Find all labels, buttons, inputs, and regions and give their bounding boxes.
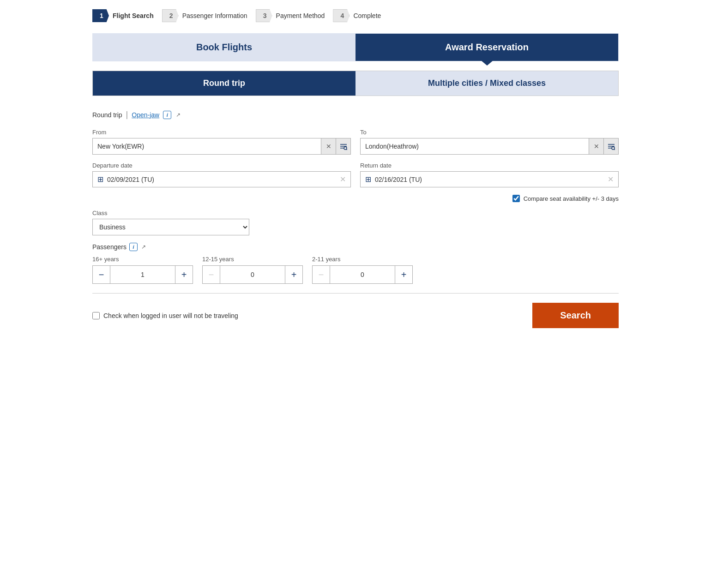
progress-bar: 1 Flight Search 2 Passenger Information … xyxy=(92,9,619,22)
passengers-label-row: Passengers i ↗ xyxy=(92,243,619,251)
section-divider xyxy=(92,293,619,294)
step-2-num: 2 xyxy=(162,9,179,22)
step-1: 1 Flight Search xyxy=(92,9,154,22)
pax-16plus-minus[interactable]: − xyxy=(93,266,110,283)
to-label: To xyxy=(360,129,619,136)
departure-date-clear-icon[interactable]: ✕ xyxy=(340,175,346,184)
svg-point-8 xyxy=(612,147,615,150)
from-clear-icon[interactable]: ✕ xyxy=(321,138,336,154)
step-3-label: Payment Method xyxy=(276,12,325,19)
to-input[interactable] xyxy=(361,139,589,154)
pax-groups: 16+ years − 1 + 12-15 years − 0 + 2-11 y… xyxy=(92,256,619,284)
return-date-field: Return date ⊞ 02/16/2021 (TU) ✕ xyxy=(360,162,619,187)
passengers-external-icon: ↗ xyxy=(141,244,146,250)
passengers-info-icon[interactable]: i xyxy=(129,243,138,251)
departure-date-field: Departure date ⊞ 02/09/2021 (TU) ✕ xyxy=(92,162,351,187)
step-4: 4 Complete xyxy=(333,9,381,22)
date-row: Departure date ⊞ 02/09/2021 (TU) ✕ Retur… xyxy=(92,162,619,187)
class-row: Class Economy Premium Economy Business F… xyxy=(92,210,619,235)
compare-checkbox[interactable] xyxy=(512,195,520,202)
svg-rect-6 xyxy=(608,146,615,147)
svg-rect-0 xyxy=(340,144,347,145)
open-jaw-link[interactable]: Open-jaw xyxy=(132,111,159,119)
from-field-group: From ✕ xyxy=(92,129,351,155)
form-area: Round trip | Open-jaw i ↗ From ✕ xyxy=(92,105,619,333)
to-field-group: To ✕ xyxy=(360,129,619,155)
main-tabs: Book Flights Award Reservation xyxy=(92,33,619,61)
round-trip-tab[interactable]: Round trip xyxy=(93,71,356,96)
not-traveling-label: Check when logged in user will not be tr… xyxy=(92,312,238,319)
step-4-label: Complete xyxy=(353,12,381,19)
svg-rect-7 xyxy=(608,148,612,149)
step-4-num: 4 xyxy=(333,9,349,22)
class-select[interactable]: Economy Premium Economy Business First xyxy=(92,219,249,235)
return-date-clear-icon[interactable]: ✕ xyxy=(608,175,614,184)
from-search-icon[interactable] xyxy=(336,138,350,154)
pax-2to11-value: 0 xyxy=(330,266,395,283)
pax-2to11-plus[interactable]: + xyxy=(395,266,412,283)
departure-date-label: Departure date xyxy=(92,162,351,169)
return-date-label: Return date xyxy=(360,162,619,169)
svg-line-4 xyxy=(346,150,347,150)
step-2: 2 Passenger Information xyxy=(162,9,247,22)
pax-16plus-counter: − 1 + xyxy=(92,265,193,284)
pax-2to11-minus[interactable]: − xyxy=(313,266,330,283)
pax-group-2to11: 2-11 years − 0 + xyxy=(312,256,413,284)
compare-row: Compare seat availability +/- 3 days xyxy=(92,195,619,202)
round-trip-label: Round trip xyxy=(92,111,122,119)
pax-2to11-label: 2-11 years xyxy=(312,256,413,263)
svg-rect-5 xyxy=(608,144,615,145)
pax-12to15-plus[interactable]: + xyxy=(285,266,302,283)
pax-12to15-counter: − 0 + xyxy=(202,265,303,284)
bottom-row: Check when logged in user will not be tr… xyxy=(92,303,619,328)
open-jaw-info-icon[interactable]: i xyxy=(163,111,171,119)
pax-16plus-label: 16+ years xyxy=(92,256,193,263)
departure-calendar-icon: ⊞ xyxy=(97,175,103,184)
not-traveling-text: Check when logged in user will not be tr… xyxy=(103,312,238,319)
step-2-label: Passenger Information xyxy=(182,12,247,19)
multiple-cities-tab[interactable]: Multiple cities / Mixed classes xyxy=(356,71,618,96)
passengers-label: Passengers xyxy=(92,243,127,251)
svg-point-3 xyxy=(344,147,347,150)
departure-date-input-wrapper[interactable]: ⊞ 02/09/2021 (TU) ✕ xyxy=(92,171,351,187)
to-clear-icon[interactable]: ✕ xyxy=(589,138,603,154)
pax-12to15-minus[interactable]: − xyxy=(203,266,220,283)
book-flights-tab[interactable]: Book Flights xyxy=(93,34,356,61)
pax-16plus-value: 1 xyxy=(110,266,175,283)
search-button[interactable]: Search xyxy=(532,303,619,328)
not-traveling-checkbox[interactable] xyxy=(92,312,100,319)
step-3: 3 Payment Method xyxy=(256,9,325,22)
compare-label: Compare seat availability +/- 3 days xyxy=(524,195,619,202)
pax-group-12to15: 12-15 years − 0 + xyxy=(202,256,303,284)
external-link-icon: ↗ xyxy=(176,112,181,118)
trip-type-tabs: Round trip Multiple cities / Mixed class… xyxy=(92,71,619,96)
return-date-input-wrapper[interactable]: ⊞ 02/16/2021 (TU) ✕ xyxy=(360,171,619,187)
award-reservation-tab[interactable]: Award Reservation xyxy=(356,34,618,61)
pax-12to15-label: 12-15 years xyxy=(202,256,303,263)
trip-label-divider: | xyxy=(126,110,128,120)
class-select-wrapper: Economy Premium Economy Business First xyxy=(92,219,249,235)
svg-line-9 xyxy=(614,150,615,150)
from-label: From xyxy=(92,129,351,136)
svg-rect-2 xyxy=(340,148,344,149)
to-input-wrapper: ✕ xyxy=(360,138,619,155)
from-input[interactable] xyxy=(93,139,321,154)
pax-2to11-counter: − 0 + xyxy=(312,265,413,284)
class-label: Class xyxy=(92,210,619,216)
to-search-icon[interactable] xyxy=(603,138,618,154)
step-1-label: Flight Search xyxy=(113,12,154,19)
return-calendar-icon: ⊞ xyxy=(365,175,371,184)
pax-12to15-value: 0 xyxy=(220,266,285,283)
from-to-row: From ✕ To xyxy=(92,129,619,155)
pax-group-16plus: 16+ years − 1 + xyxy=(92,256,193,284)
from-input-wrapper: ✕ xyxy=(92,138,351,155)
pax-16plus-plus[interactable]: + xyxy=(175,266,193,283)
departure-date-value: 02/09/2021 (TU) xyxy=(107,176,340,183)
step-3-num: 3 xyxy=(256,9,272,22)
return-date-value: 02/16/2021 (TU) xyxy=(375,176,608,183)
trip-label-row: Round trip | Open-jaw i ↗ xyxy=(92,110,619,120)
step-1-num: 1 xyxy=(92,9,109,22)
svg-rect-1 xyxy=(340,146,347,147)
